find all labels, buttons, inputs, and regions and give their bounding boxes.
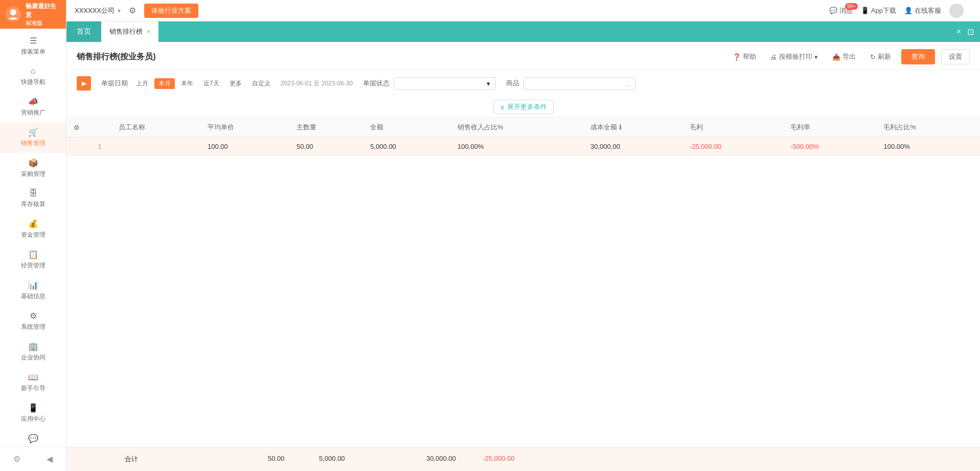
footer-settings-cell — [73, 453, 93, 466]
settings-icon[interactable]: ⚙ — [9, 452, 25, 466]
refresh-button[interactable]: ↻ 刷新 — [866, 50, 895, 63]
sidebar-item-search[interactable]: ☰ 搜索菜单 — [0, 31, 66, 61]
export-button[interactable]: 📤 导出 — [828, 50, 860, 63]
col-rank — [87, 118, 112, 138]
expand-label: 展开更多条件 — [507, 102, 547, 111]
set-button[interactable]: 设置 — [941, 49, 970, 64]
refresh-icon: ↻ — [870, 53, 876, 61]
service-label: 在线客服 — [915, 6, 941, 15]
footer-cost-cell: 30,000.00 — [420, 453, 476, 466]
service-link[interactable]: 👤 在线客服 — [904, 6, 941, 15]
sidebar-item-label: 采购管理 — [21, 170, 45, 178]
data-table: ⚙ 员工名称 平均单价 主数量 全额 销售收入占比% 成本全额 ℹ 毛利 — [66, 118, 980, 156]
sidebar-item-operation[interactable]: 📋 经营管理 — [0, 244, 66, 275]
topbar-settings-icon[interactable]: ⚙ — [127, 4, 138, 17]
filter-collapse-btn[interactable]: ▶ — [77, 76, 91, 91]
inventory-icon: 🗄 — [29, 189, 37, 198]
col-cost: 成本全额 ℹ — [584, 118, 683, 138]
sidebar-nav: ☰ 搜索菜单 ⌂ 快捷导航 📣 营销推广 🛒 销售管理 📦 采购管理 🗄 库存核… — [0, 29, 66, 446]
tab-sales-ranking[interactable]: 销售排行榜 × — [101, 21, 158, 42]
page-inner: 销售排行榜(按业务员) ❓ 帮助 🖨 按模板打印 ▾ 📤 导出 — [66, 42, 980, 471]
date-tab-lastmonth[interactable]: 上月 — [132, 78, 152, 89]
expand-more-button[interactable]: ∨ 展开更多条件 — [493, 100, 554, 114]
col-amount: 全额 — [364, 118, 451, 138]
col-avg-price: 平均单价 — [201, 118, 290, 138]
sidebar-item-system[interactable]: ⚙ 系统管理 — [0, 306, 66, 337]
marketing-icon: 📣 — [28, 97, 38, 106]
logo-sub: 标准版 — [26, 19, 61, 27]
message-icon: 💬 — [829, 7, 837, 14]
trial-button[interactable]: 体验行业方案 — [144, 4, 198, 18]
sales-icon: 🛒 — [28, 127, 38, 137]
message-area[interactable]: 💬 消息 99+ — [829, 6, 853, 15]
svg-point-1 — [10, 9, 16, 15]
col-name: 员工名称 — [112, 118, 201, 138]
sidebar-item-label: 搜索菜单 — [21, 48, 45, 56]
print-button[interactable]: 🖨 按模板打印 ▾ — [766, 50, 822, 63]
status-filter-label: 单据状态 — [363, 79, 390, 88]
date-tab-7days[interactable]: 近7天 — [199, 78, 223, 89]
page-content: 销售排行榜(按业务员) ❓ 帮助 🖨 按模板打印 ▾ 📤 导出 — [66, 42, 980, 471]
footer-sales-pct-cell — [364, 453, 420, 466]
footer-rank-cell — [93, 453, 119, 466]
app-download-link[interactable]: 📱 App下载 — [861, 6, 896, 15]
table-row: 1 100.00 50.00 5,000.00 100.00% 30,000.0… — [66, 138, 980, 156]
date-tab-more[interactable]: 更多 — [225, 78, 246, 89]
sidebar-item-wechat[interactable]: 💬 企业微信 — [0, 429, 66, 446]
page-title: 销售排行榜(按业务员) — [77, 52, 156, 62]
row-sales-pct-cell: 100.00% — [451, 138, 584, 156]
help-button[interactable]: ❓ 帮助 — [728, 50, 760, 63]
date-filter-group: 单据日期 上月 本月 本年 近7天 更多 自定义 2023-06-01 至 20… — [101, 78, 353, 89]
app-icon: 📱 — [861, 7, 869, 14]
sidebar-item-enterprise[interactable]: 🏢 企业协同 — [0, 337, 66, 367]
window-restore-icon[interactable]: ⊡ — [967, 27, 974, 37]
sidebar-item-apps[interactable]: 📱 应用中心 — [0, 398, 66, 429]
tab-bar-right: × ⊡ — [956, 27, 980, 37]
main-area: XXXXXX公司 ▾ ⚙ 体验行业方案 💬 消息 99+ 📱 App下载 👤 在… — [66, 0, 980, 471]
date-tabs: 上月 本月 本年 近7天 更多 自定义 — [132, 78, 275, 89]
status-select[interactable]: ▾ — [394, 77, 496, 90]
help-icon: ❓ — [733, 53, 741, 61]
sidebar-item-label: 应用中心 — [21, 415, 45, 423]
date-filter-label: 单据日期 — [101, 79, 128, 88]
print-label: 按模板打印 — [779, 52, 812, 61]
sidebar-item-marketing[interactable]: 📣 营销推广 — [0, 92, 66, 122]
apps-icon: 📱 — [28, 403, 38, 413]
sidebar-item-sales[interactable]: 🛒 销售管理 — [0, 122, 66, 153]
help-label: 帮助 — [743, 52, 756, 61]
tab-home[interactable]: 首页 — [66, 21, 101, 42]
company-selector[interactable]: XXXXXX公司 ▾ — [75, 6, 121, 15]
table-footer: 合计 50.00 5,000.00 30,000.00 -25,000.00 — [66, 447, 980, 471]
date-tab-thismonth[interactable]: 本月 — [154, 78, 175, 89]
sidebar-item-quick[interactable]: ⌂ 快捷导航 — [0, 61, 66, 92]
sidebar-item-finance[interactable]: 💰 资金管理 — [0, 214, 66, 244]
sidebar-item-label: 经营管理 — [21, 261, 45, 270]
window-close-icon[interactable]: × — [956, 27, 961, 36]
table-header-row: ⚙ 员工名称 平均单价 主数量 全额 销售收入占比% 成本全额 ℹ 毛利 — [66, 118, 980, 138]
date-tab-thisyear[interactable]: 本年 — [177, 78, 197, 89]
col-qty: 主数量 — [290, 118, 364, 138]
operation-icon: 📋 — [28, 250, 38, 259]
sidebar-item-purchase[interactable]: 📦 采购管理 — [0, 153, 66, 184]
home-icon: ⌂ — [31, 66, 36, 76]
footer-amount-cell: 5,000.00 — [313, 453, 364, 466]
col-settings[interactable]: ⚙ — [66, 118, 87, 138]
sidebar-item-guide[interactable]: 📖 新手引导 — [0, 367, 66, 398]
print-icon: 🖨 — [770, 53, 777, 61]
goods-filter-label: 商品 — [506, 79, 519, 88]
collapse-icon[interactable]: ◀ — [42, 452, 57, 466]
tab-bar: 首页 销售排行榜 × × ⊡ — [66, 21, 980, 42]
print-dropdown-icon: ▾ — [814, 53, 818, 61]
app-label: App下载 — [871, 6, 896, 15]
goods-input[interactable]: ... — [523, 77, 636, 90]
search-menu-icon: ☰ — [30, 36, 37, 46]
query-button[interactable]: 查询 — [901, 49, 935, 64]
footer-cells: 合计 50.00 5,000.00 30,000.00 -25,000.00 — [73, 453, 974, 466]
row-avg-price-cell: 100.00 — [201, 138, 290, 156]
sidebar-item-basic[interactable]: 📊 基础信息 — [0, 275, 66, 306]
date-tab-custom[interactable]: 自定义 — [248, 78, 275, 89]
footer-label-cell: 合计 — [119, 453, 211, 466]
sidebar: 畅康通好生意 标准版 ☰ 搜索菜单 ⌂ 快捷导航 📣 营销推广 🛒 销售管理 📦… — [0, 0, 66, 471]
sidebar-item-inventory[interactable]: 🗄 库存核算 — [0, 184, 66, 214]
tab-close-icon[interactable]: × — [147, 28, 150, 35]
